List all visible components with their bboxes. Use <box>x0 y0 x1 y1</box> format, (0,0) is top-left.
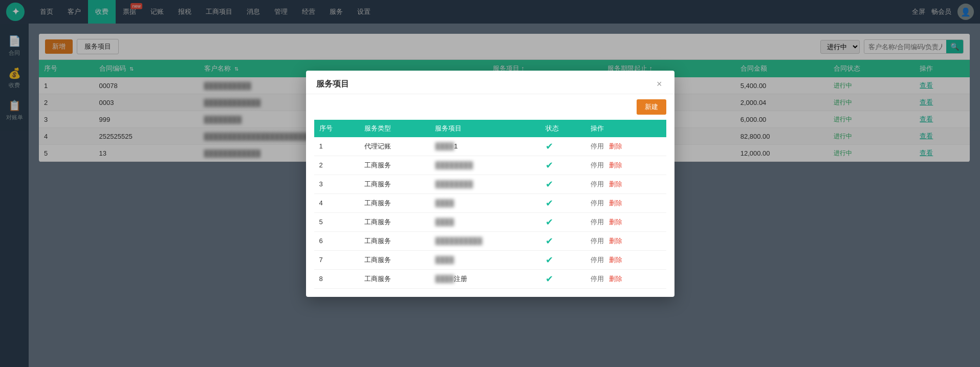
delete-button[interactable]: 删除 <box>609 199 622 207</box>
disable-button[interactable]: 停用 <box>591 237 604 245</box>
modal-table-wrap: 序号 服务类型 服务项目 状态 操作 1 代理记账 ████1 ✔ <box>306 120 674 297</box>
modal-cell-seq: 4 <box>314 193 359 212</box>
modal-cell-seq: 1 <box>314 137 359 156</box>
modal-close-button[interactable]: × <box>655 79 664 90</box>
disable-button[interactable]: 停用 <box>591 161 604 169</box>
disable-button[interactable]: 停用 <box>591 142 604 150</box>
modal-cell-seq: 7 <box>314 250 359 269</box>
modal-th-type: 服务类型 <box>359 120 430 137</box>
delete-button[interactable]: 删除 <box>609 275 622 283</box>
modal-cell-seq: 6 <box>314 231 359 250</box>
modal-cell-status: ✔ <box>540 269 585 288</box>
modal-cell-item: ████注册 <box>430 269 540 288</box>
modal-cell-action[interactable]: 停用 删除 <box>585 175 666 193</box>
modal-cell-status: ✔ <box>540 212 585 231</box>
modal-cell-item: ██████████ <box>430 231 540 250</box>
modal-table-row: 7 工商服务 ████ ✔ 停用 删除 <box>314 250 666 269</box>
service-modal: 服务项目 × 新建 序号 服务类型 服务项目 状态 操作 <box>306 71 674 297</box>
modal-cell-item: ████ <box>430 212 540 231</box>
modal-cell-status: ✔ <box>540 156 585 175</box>
modal-cell-type: 工商服务 <box>359 175 430 193</box>
modal-cell-status: ✔ <box>540 175 585 193</box>
modal-table: 序号 服务类型 服务项目 状态 操作 1 代理记账 ████1 ✔ <box>314 120 666 289</box>
modal-table-header: 序号 服务类型 服务项目 状态 操作 <box>314 120 666 137</box>
modal-th-action: 操作 <box>585 120 666 137</box>
modal-cell-status: ✔ <box>540 137 585 156</box>
modal-cell-status: ✔ <box>540 193 585 212</box>
modal-cell-type: 代理记账 <box>359 137 430 156</box>
modal-cell-item: ████ <box>430 193 540 212</box>
modal-cell-seq: 8 <box>314 269 359 288</box>
disable-button[interactable]: 停用 <box>591 180 604 188</box>
delete-button[interactable]: 删除 <box>609 161 622 169</box>
modal-table-row: 1 代理记账 ████1 ✔ 停用 删除 <box>314 137 666 156</box>
modal-cell-item: ████████ <box>430 156 540 175</box>
disable-button[interactable]: 停用 <box>591 199 604 207</box>
modal-th-status: 状态 <box>540 120 585 137</box>
disable-button[interactable]: 停用 <box>591 218 604 226</box>
modal-cell-seq: 2 <box>314 156 359 175</box>
modal-cell-action[interactable]: 停用 删除 <box>585 231 666 250</box>
modal-cell-item: ████████ <box>430 175 540 193</box>
delete-button[interactable]: 删除 <box>609 218 622 226</box>
modal-cell-item: ████ <box>430 250 540 269</box>
delete-button[interactable]: 删除 <box>609 237 622 245</box>
disable-button[interactable]: 停用 <box>591 256 604 264</box>
modal-title: 服务项目 <box>316 79 349 90</box>
modal-table-row: 3 工商服务 ████████ ✔ 停用 删除 <box>314 175 666 193</box>
modal-cell-action[interactable]: 停用 删除 <box>585 156 666 175</box>
modal-cell-type: 工商服务 <box>359 250 430 269</box>
modal-cell-item: ████1 <box>430 137 540 156</box>
modal-cell-type: 工商服务 <box>359 156 430 175</box>
delete-button[interactable]: 删除 <box>609 180 622 188</box>
modal-table-row: 4 工商服务 ████ ✔ 停用 删除 <box>314 193 666 212</box>
modal-cell-action[interactable]: 停用 删除 <box>585 137 666 156</box>
modal-new-button[interactable]: 新建 <box>637 99 666 115</box>
modal-toolbar: 新建 <box>306 94 674 120</box>
modal-th-seq: 序号 <box>314 120 359 137</box>
modal-table-row: 5 工商服务 ████ ✔ 停用 删除 <box>314 212 666 231</box>
modal-header: 服务项目 × <box>306 71 674 94</box>
modal-cell-type: 工商服务 <box>359 193 430 212</box>
modal-cell-action[interactable]: 停用 删除 <box>585 212 666 231</box>
modal-cell-action[interactable]: 停用 删除 <box>585 250 666 269</box>
modal-cell-action[interactable]: 停用 删除 <box>585 193 666 212</box>
modal-cell-seq: 3 <box>314 175 359 193</box>
modal-cell-type: 工商服务 <box>359 212 430 231</box>
delete-button[interactable]: 删除 <box>609 142 622 150</box>
delete-button[interactable]: 删除 <box>609 256 622 264</box>
modal-cell-type: 工商服务 <box>359 269 430 288</box>
modal-th-item: 服务项目 <box>430 120 540 137</box>
modal-table-row: 2 工商服务 ████████ ✔ 停用 删除 <box>314 156 666 175</box>
main-content: 新增 服务项目 进行中 已结束 全部 🔍 序号 合同编码 ⇅ <box>29 24 980 367</box>
disable-button[interactable]: 停用 <box>591 275 604 283</box>
modal-cell-action[interactable]: 停用 删除 <box>585 269 666 288</box>
modal-cell-seq: 5 <box>314 212 359 231</box>
modal-cell-status: ✔ <box>540 231 585 250</box>
modal-cell-status: ✔ <box>540 250 585 269</box>
modal-overlay[interactable]: 服务项目 × 新建 序号 服务类型 服务项目 状态 操作 <box>0 0 980 367</box>
modal-table-row: 8 工商服务 ████注册 ✔ 停用 删除 <box>314 269 666 288</box>
modal-table-row: 6 工商服务 ██████████ ✔ 停用 删除 <box>314 231 666 250</box>
modal-cell-type: 工商服务 <box>359 231 430 250</box>
